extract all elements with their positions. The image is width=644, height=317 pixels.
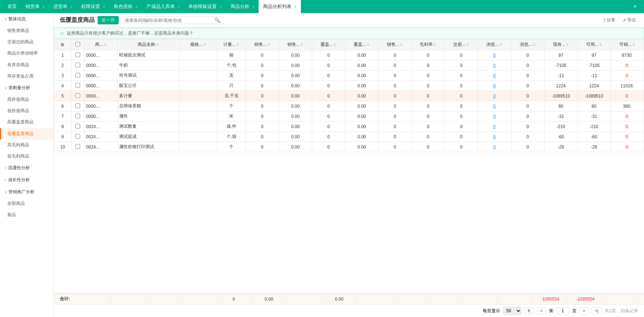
row-checkbox-input[interactable] — [75, 114, 80, 118]
row-trade: 0 — [445, 71, 478, 81]
view-link[interactable]: 0 — [478, 101, 511, 111]
sidebar-item-high-profit[interactable]: 高毛利商品 — [0, 139, 54, 151]
row-code: 0024... — [85, 122, 118, 132]
th-settings[interactable]: ⚙ — [54, 39, 71, 50]
row-spec — [179, 122, 217, 132]
nav-item-purchase[interactable]: 进货单 × — [49, 0, 76, 13]
row-checkbox — [71, 122, 84, 132]
row-checkbox-input[interactable] — [75, 144, 80, 149]
sidebar-section-circulation[interactable]: > 流通性分析 — [0, 162, 54, 174]
row-view2: 0 — [511, 50, 544, 60]
view-link[interactable]: 0 — [478, 142, 511, 152]
row-unit: 米 — [217, 111, 246, 122]
filter-btn-month[interactable]: 近一月 — [98, 16, 119, 24]
page-first-btn[interactable]: K — [525, 307, 534, 314]
row-stock: 1224 — [544, 81, 577, 91]
sidebar-item-new-goods[interactable]: 新品 — [0, 209, 54, 221]
sidebar-section-marketing[interactable]: ∨ 营销推广分析 — [0, 186, 54, 198]
sidebar-item-high-coverage[interactable]: 高覆盖度商品 — [0, 116, 54, 128]
footer-view2-space — [498, 297, 533, 302]
sidebar-item-fund-occupy[interactable]: 库存资金占用 — [0, 71, 54, 82]
row-unit: 克 — [217, 71, 246, 81]
nav-close-products[interactable]: × — [178, 5, 180, 9]
view-link[interactable]: 0 — [478, 111, 511, 122]
row-checkbox-input[interactable] — [75, 93, 80, 98]
nav-item-permissions[interactable]: 权限设置 × — [77, 0, 109, 13]
page-last-btn[interactable]: >| — [592, 307, 602, 314]
nav-close-roles[interactable]: × — [136, 5, 138, 9]
page-input[interactable] — [556, 307, 569, 314]
share-btn[interactable]: ⤴ 分享 — [601, 16, 617, 24]
view-link[interactable]: 0 — [478, 50, 511, 60]
nav-item-roles[interactable]: 角色授权 × — [109, 0, 142, 13]
sidebar-item-low-coverage[interactable]: 低覆盖度商品 — [0, 128, 54, 139]
sidebar-item-low-value[interactable]: 低价值商品 — [0, 105, 54, 116]
nav-close-purchase[interactable]: × — [70, 5, 72, 9]
nav-close-analysis[interactable]: × — [252, 5, 254, 9]
view-link[interactable]: 0 — [478, 71, 511, 81]
row-cover2: 0.00 — [345, 111, 378, 122]
sidebar-section-overall[interactable]: ∨ 整体信息 — [0, 13, 54, 25]
row-checkbox-input[interactable] — [75, 63, 80, 67]
nav-item-products[interactable]: 产成品入库单 × — [142, 0, 184, 13]
sidebar-item-stock-goods[interactable]: 有库存商品 — [0, 59, 54, 71]
row-num: 6 — [54, 101, 71, 111]
nav-close-templates[interactable]: × — [220, 5, 222, 9]
row-checkbox-input[interactable] — [75, 73, 80, 78]
table-wrapper[interactable]: ⚙ 商...⇅ 商品名称⇅ 规格...⇅ 计量...⇅ 销售...⇅ 销售...… — [54, 39, 644, 293]
nav-close-sales[interactable]: × — [43, 5, 45, 9]
view-link[interactable]: 0 — [478, 132, 511, 142]
row-trade: 0 — [445, 132, 478, 142]
footer-stock: -1095554 — [533, 297, 568, 302]
nav-close-analysis-list[interactable]: × — [294, 5, 297, 9]
view-link[interactable]: 0 — [478, 91, 511, 101]
page-size-label: 每页显示 — [483, 308, 500, 314]
view-link[interactable]: 0 — [478, 81, 511, 91]
row-checkbox-input[interactable] — [75, 103, 80, 108]
settings-icon[interactable]: ⚙ — [60, 42, 64, 47]
search-input[interactable] — [125, 18, 215, 23]
row-gross: 0 — [412, 132, 445, 142]
row-checkbox-input[interactable] — [75, 52, 80, 57]
nav-item-analysis[interactable]: 商品分析 × — [226, 0, 259, 13]
row-checkbox-input[interactable] — [75, 134, 80, 139]
sidebar-item-all-goods[interactable]: 全部商品 — [0, 198, 54, 209]
th-spec: 规格...⇅ — [179, 39, 217, 50]
sidebar-item-sales-goods[interactable]: 销售类商品 — [0, 25, 54, 36]
nav-close-permissions[interactable]: × — [103, 5, 105, 9]
sidebar-item-category-rate[interactable]: 商品分类动销率 — [0, 48, 54, 59]
row-cover1: 0 — [312, 142, 345, 152]
nav-item-analysis-list[interactable]: 商品分析列表 × — [259, 0, 301, 13]
row-avail: -60 — [577, 132, 610, 142]
row-checkbox — [71, 132, 84, 142]
view-link[interactable]: 0 — [478, 122, 511, 132]
sidebar-item-high-value[interactable]: 高价值商品 — [0, 94, 54, 105]
nav-item-sales[interactable]: 销货单 × — [21, 0, 49, 13]
sidebar-overall-label: 整体信息 — [8, 16, 26, 22]
page-next-btn[interactable]: > — [580, 307, 589, 314]
main-layout: ∨ 整体信息 销售类商品 交易过的商品 商品分类动销率 有库存商品 库存资金占用… — [0, 13, 644, 317]
alert-text: 这类商品只有很少客户购买过，是推广不够，还是商品本身问题？ — [67, 30, 193, 36]
row-view2: 0 — [511, 81, 544, 91]
sidebar-circulation-label: 流通性分析 — [8, 165, 30, 171]
row-unit: 个 — [217, 101, 246, 111]
window-close-btn[interactable]: × — [629, 0, 641, 13]
sidebar-section-coverage[interactable]: ∨ 类剩量分析 — [0, 82, 54, 94]
nav-item-templates[interactable]: 单据模板设置 × — [184, 0, 226, 13]
select-all-checkbox[interactable] — [75, 42, 80, 47]
row-checkbox-input[interactable] — [75, 124, 80, 128]
row-sales-amt: 0.00 — [279, 111, 312, 122]
row-name: 启用保质期 — [118, 101, 179, 111]
row-cover1: 0 — [312, 111, 345, 122]
page-size-select[interactable]: 50 100 200 — [503, 307, 522, 315]
sidebar-section-growth[interactable]: > 成长性分析 — [0, 174, 54, 186]
sidebar-item-low-profit[interactable]: 低毛利商品 — [0, 151, 54, 162]
row-avail: 80 — [577, 101, 610, 111]
export-btn[interactable]: ↗ 导出 — [620, 16, 638, 24]
page-prev-btn[interactable]: < — [537, 307, 546, 314]
sidebar-item-traded-goods[interactable]: 交易过的商品 — [0, 36, 54, 48]
row-checkbox-input[interactable] — [75, 83, 80, 88]
row-sellable: 360: — [610, 101, 644, 111]
view-link[interactable]: 0 — [478, 60, 511, 71]
nav-item-home[interactable]: 首页 — [3, 0, 21, 13]
